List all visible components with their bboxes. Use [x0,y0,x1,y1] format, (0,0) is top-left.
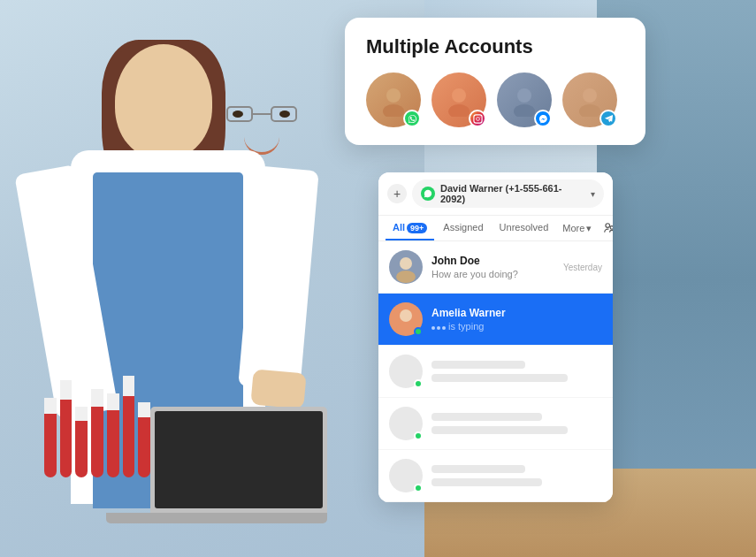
placeholder-lines-1 [431,361,602,382]
chat-panel: + David Warner (+1-555-661-2092) ▾ All99… [378,172,613,502]
online-indicator [414,327,423,336]
svg-point-10 [579,104,600,117]
conv-name-john-doe: John Doe [431,255,554,267]
tab-assigned[interactable]: Assigned [436,216,490,240]
svg-point-9 [583,88,597,103]
avatar-instagram[interactable] [431,72,486,127]
avatar-telegram[interactable] [562,72,617,127]
conv-time-john-doe: Yesterday [563,263,602,272]
placeholder-lines-3 [431,465,602,486]
svg-rect-4 [473,114,481,122]
placeholder-line [431,374,568,382]
svg-point-5 [476,117,479,120]
chat-header: + David Warner (+1-555-661-2092) ▾ [378,172,613,216]
conversation-item-john-doe[interactable]: John Doe How are you doing? Yesterday [378,241,613,294]
conv-preview-john-doe: How are you doing? [431,269,554,279]
chat-tabs: All99+ Assigned Unresolved More ▾ [378,216,613,241]
instagram-badge [469,110,486,127]
placeholder-lines-2 [431,413,602,434]
placeholder-avatar-2 [389,407,423,440]
svg-point-2 [452,88,466,103]
telegram-badge [599,110,617,127]
svg-point-3 [448,104,470,117]
multiple-accounts-card: Multiple Accounts [345,18,645,145]
avatar-whatsapp[interactable] [366,72,421,127]
conv-info-john-doe: John Doe How are you doing? [431,255,554,279]
svg-point-11 [606,224,610,228]
placeholder-line [431,478,542,486]
avatars-row [366,72,624,127]
conv-avatar-john-doe [389,250,423,284]
conversation-list: John Doe How are you doing? Yesterday Am… [378,241,613,502]
add-conversation-button[interactable]: + [387,184,407,203]
placeholder-row-3[interactable] [378,450,613,502]
whatsapp-badge [403,110,421,127]
agents-filter-button[interactable] [599,217,613,239]
svg-point-6 [479,116,480,117]
svg-point-15 [400,257,412,270]
svg-point-8 [514,104,535,117]
svg-point-1 [383,104,404,117]
svg-point-7 [517,88,531,103]
conv-preview-amelia-warner: is typing [431,321,602,332]
placeholder-line [431,426,568,434]
conversation-item-amelia-warner[interactable]: Amelia Warner is typing [378,294,613,346]
account-selector[interactable]: David Warner (+1-555-661-2092) ▾ [412,179,604,208]
tab-all[interactable]: All99+ [386,216,434,240]
avatar-messenger[interactable] [497,72,552,127]
tab-more[interactable]: More ▾ [557,217,597,240]
placeholder-line [431,361,525,369]
placeholder-row-2[interactable] [378,398,613,450]
card-title: Multiple Accounts [366,35,624,58]
placeholder-row-1[interactable] [378,346,613,398]
placeholder-avatar-1 [389,355,423,388]
more-chevron-icon: ▾ [586,223,592,234]
svg-point-12 [610,226,613,229]
conv-name-amelia-warner: Amelia Warner [431,307,602,319]
messenger-badge [534,110,552,127]
svg-point-17 [400,309,412,322]
tab-unresolved[interactable]: Unresolved [493,216,556,240]
svg-point-18 [396,323,416,335]
chevron-down-icon: ▾ [591,189,595,199]
placeholder-line [431,413,542,421]
whatsapp-small-icon [421,187,435,201]
conv-avatar-amelia-warner [389,302,423,336]
tab-action-icons [599,217,613,239]
account-name-label: David Warner (+1-555-661-2092) [440,183,585,204]
typing-indicator [431,326,446,330]
all-badge: 99+ [407,223,427,233]
conv-info-amelia-warner: Amelia Warner is typing [431,307,602,332]
placeholder-avatar-3 [389,459,423,492]
svg-point-0 [386,88,401,103]
svg-point-16 [396,271,416,283]
placeholder-line [431,465,525,473]
